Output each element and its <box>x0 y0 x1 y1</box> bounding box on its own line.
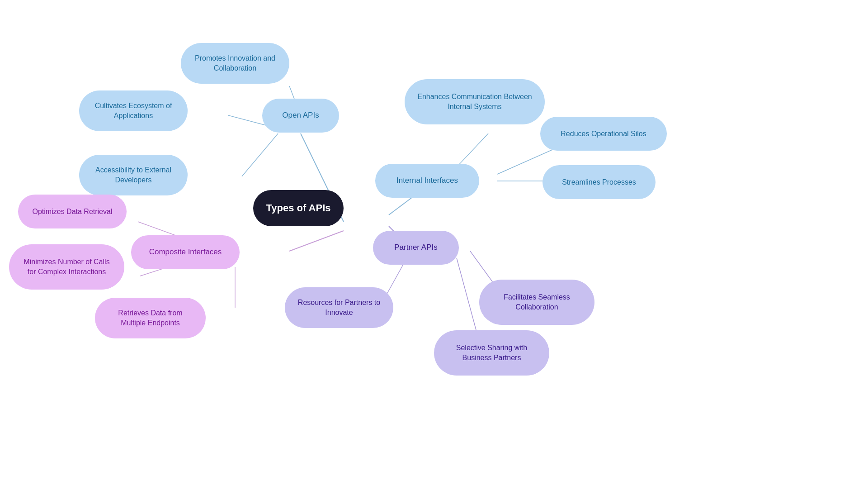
open-apis-node: Open APIs <box>262 99 339 133</box>
streamlines-processes-node: Streamlines Processes <box>542 165 656 199</box>
svg-line-15 <box>457 258 479 342</box>
cultivates-node: Cultivates Ecosystem of Applications <box>79 90 188 131</box>
accessibility-node: Accessibility to External Developers <box>79 155 188 195</box>
retrieves-node: Retrieves Data from Multiple Endpoints <box>95 298 206 338</box>
svg-line-8 <box>289 231 344 251</box>
internal-interfaces-node: Internal Interfaces <box>375 164 479 198</box>
enhances-communication-node: Enhances Communication Between Internal … <box>405 79 545 124</box>
selective-sharing-node: Selective Sharing with Business Partners <box>434 330 549 376</box>
optimizes-node: Optimizes Data Retrieval <box>18 195 127 228</box>
promotes-node: Promotes Innovation and Collaboration <box>181 43 289 84</box>
resources-node: Resources for Partners to Innovate <box>285 287 393 328</box>
partner-apis-node: Partner APIs <box>373 231 459 265</box>
composite-interfaces-node: Composite Interfaces <box>131 235 240 269</box>
center-node: Types of APIs <box>253 190 344 226</box>
svg-line-3 <box>242 133 278 176</box>
mind-map-container: Types of APIs Open APIs Promotes Innovat… <box>0 0 868 490</box>
reduces-silos-node: Reduces Operational Silos <box>540 117 667 151</box>
minimizes-node: Minimizes Number of Calls for Complex In… <box>9 244 124 290</box>
facilitates-node: Facilitates Seamless Collaboration <box>479 280 594 325</box>
